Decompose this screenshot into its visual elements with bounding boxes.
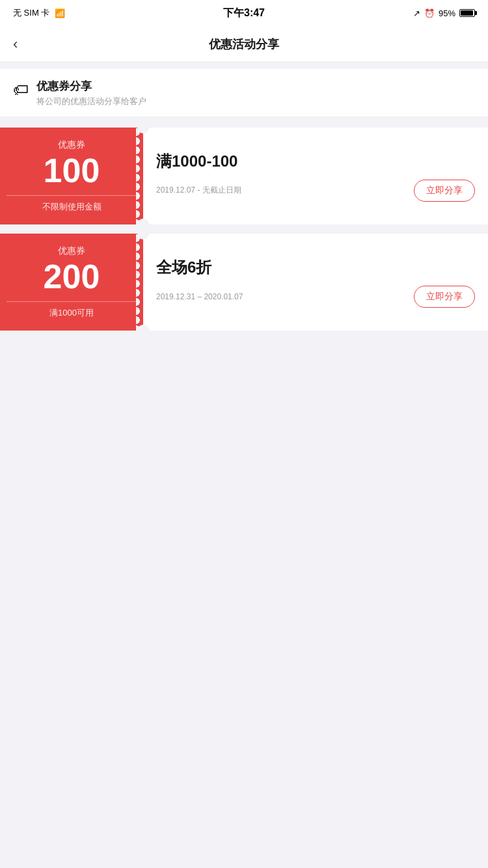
coupon-amount-0: 100 — [44, 154, 100, 187]
coupon-left-1: 优惠券 200 满1000可用 — [0, 234, 143, 331]
section-header: 🏷 优惠券分享 将公司的优惠活动分享给客户 — [0, 69, 488, 117]
coupon-right-0: 满1000-100 2019.12.07 - 无截止日期 立即分享 — [143, 128, 488, 224]
coupon-name-1: 全场6折 — [156, 257, 475, 278]
battery-icon — [459, 9, 475, 17]
back-button[interactable]: ‹ — [13, 36, 18, 53]
status-time: 下午3:47 — [223, 7, 265, 20]
status-left: 无 SIM 卡 📶 — [13, 7, 65, 19]
nav-bar: ‹ 优惠活动分享 — [0, 26, 488, 62]
share-button-1[interactable]: 立即分享 — [414, 286, 475, 308]
section-title: 优惠券分享 — [36, 79, 146, 94]
coupon-date-0: 2019.12.07 - 无截止日期 — [156, 185, 407, 196]
page-title: 优惠活动分享 — [209, 36, 279, 52]
coupon-amount-1: 200 — [44, 260, 100, 293]
bottom-area — [0, 350, 488, 740]
coupon-label-0: 优惠券 — [58, 139, 85, 151]
coupon-left-0: 优惠券 100 不限制使用金额 — [0, 128, 143, 224]
coupon-list: 优惠券 100 不限制使用金额 满1000-100 2019.12.07 - 无… — [0, 117, 488, 350]
carrier-text: 无 SIM 卡 — [13, 7, 49, 19]
alarm-icon: ⏰ — [424, 8, 435, 18]
coupon-icon: 🏷 — [13, 81, 29, 99]
wifi-icon: 📶 — [55, 8, 65, 18]
coupon-date-1: 2019.12.31 – 2020.01.07 — [156, 292, 407, 301]
coupon-name-0: 满1000-100 — [156, 151, 475, 172]
status-bar: 无 SIM 卡 📶 下午3:47 ↗ ⏰ 95% — [0, 0, 488, 26]
section-text: 优惠券分享 将公司的优惠活动分享给客户 — [36, 79, 146, 107]
coupon-bottom-0: 2019.12.07 - 无截止日期 立即分享 — [156, 180, 475, 202]
coupon-card-1: 优惠券 200 满1000可用 全场6折 2019.12.31 – 2020.0… — [0, 234, 488, 331]
coupon-condition-1: 满1000可用 — [7, 301, 137, 319]
share-button-0[interactable]: 立即分享 — [414, 180, 475, 202]
coupon-bottom-1: 2019.12.31 – 2020.01.07 立即分享 — [156, 286, 475, 308]
coupon-label-1: 优惠券 — [58, 245, 85, 257]
separator-top — [0, 62, 488, 69]
battery-text: 95% — [439, 8, 455, 18]
section-subtitle: 将公司的优惠活动分享给客户 — [36, 96, 146, 107]
status-right: ↗ ⏰ 95% — [413, 8, 475, 18]
coupon-right-1: 全场6折 2019.12.31 – 2020.01.07 立即分享 — [143, 234, 488, 331]
coupon-card-0: 优惠券 100 不限制使用金额 满1000-100 2019.12.07 - 无… — [0, 128, 488, 224]
location-icon: ↗ — [413, 8, 420, 18]
coupon-condition-0: 不限制使用金额 — [7, 195, 137, 213]
battery-fill — [461, 10, 473, 16]
